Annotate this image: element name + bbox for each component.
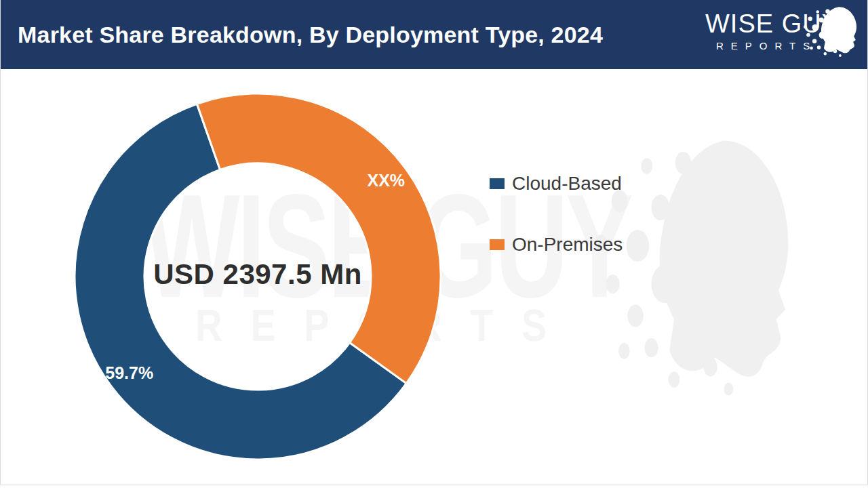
page-title: Market Share Breakdown, By Deployment Ty… <box>18 22 603 48</box>
legend-label-on-premises: On-Premises <box>512 234 623 256</box>
legend-swatch-on-premises <box>490 239 505 250</box>
donut-slice-on-premises <box>197 94 441 384</box>
wiseguy-face-icon <box>800 4 863 60</box>
header: Market Share Breakdown, By Deployment Ty… <box>0 0 868 69</box>
legend-item-cloud-based: Cloud-Based <box>490 171 623 197</box>
legend-swatch-cloud-based <box>490 178 505 189</box>
chart-center-value: USD 2397.5 Mn <box>139 258 376 291</box>
slice-label-cloud-based: 59.7% <box>105 363 153 382</box>
legend-label-cloud-based: Cloud-Based <box>512 173 622 195</box>
slice-label-on-premises: XX% <box>368 171 406 190</box>
page-root: { "header": { "title": "Market Share Bre… <box>0 0 868 488</box>
legend-item-on-premises: On-Premises <box>490 232 623 258</box>
legend: Cloud-Based On-Premises <box>490 171 623 293</box>
